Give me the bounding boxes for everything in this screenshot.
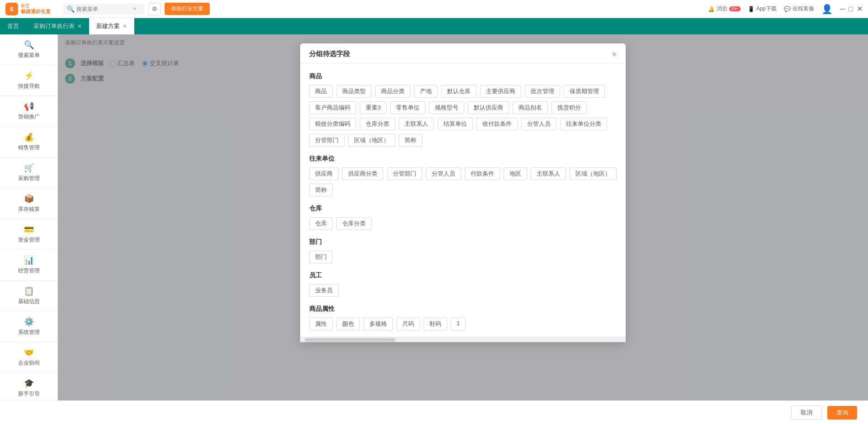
field-tag-1-7[interactable]: 区域（地区） [570, 167, 617, 180]
field-tag-5-1[interactable]: 颜色 [336, 318, 360, 330]
modal-body[interactable]: 商品商品商品类型商品分类产地默认仓库主要供应商批次管理保质期管理客户商品编码重量… [300, 63, 626, 337]
search-bar[interactable]: 🔍 ▼ [63, 4, 145, 14]
gear-button[interactable]: ⚙ [148, 3, 161, 15]
tab-home[interactable]: 首页 [0, 18, 26, 34]
field-tag-2-1[interactable]: 仓库分类 [336, 217, 372, 230]
field-tag-5-2[interactable]: 多规格 [363, 318, 393, 330]
section-tags-2: 仓库仓库分类 [309, 217, 617, 230]
field-tag-0-9[interactable]: 重量3 [360, 101, 387, 114]
section-title-5: 商品属性 [309, 305, 617, 313]
phone-icon: 📱 [748, 6, 755, 12]
sidebar-icon-1: ⚡ [24, 71, 34, 81]
field-tag-0-17[interactable]: 主联系人 [399, 118, 434, 130]
field-tag-5-4[interactable]: 鞋码 [424, 318, 447, 330]
field-tag-0-2[interactable]: 商品分类 [375, 85, 410, 98]
sidebar-item-8[interactable]: 📋基础信息 [0, 281, 57, 311]
online-service-item[interactable]: 💬 在线客服 [784, 5, 814, 13]
logo-sub: 标普 [21, 3, 51, 9]
field-tag-5-0[interactable]: 属性 [309, 318, 333, 330]
search-input[interactable] [76, 6, 131, 12]
dropdown-arrow-icon: ▼ [132, 6, 137, 11]
modal-horizontal-scrollbar[interactable] [300, 337, 626, 342]
modal-title: 分组待选字段 [309, 50, 350, 58]
section-tags-5: 属性颜色多规格尺码鞋码1 [309, 318, 617, 330]
field-tag-1-6[interactable]: 主联系人 [531, 167, 566, 180]
confirm-button[interactable]: 查询 [827, 406, 857, 419]
field-tag-0-11[interactable]: 规格型号 [429, 101, 464, 114]
tab-purchase-list[interactable]: 采购订单执行表 ✕ [26, 18, 89, 34]
field-tag-0-3[interactable]: 产地 [414, 85, 438, 98]
sidebar-item-0[interactable]: 🔍搜索菜单 [0, 34, 57, 65]
field-tag-2-0[interactable]: 仓库 [309, 217, 333, 230]
sidebar-icon-2: 📢 [24, 101, 34, 111]
field-tag-0-12[interactable]: 默认供应商 [468, 101, 509, 114]
modal-close-button[interactable]: × [612, 50, 617, 58]
section-title-0: 商品 [309, 72, 617, 81]
sidebar-item-2[interactable]: 📢营销推广 [0, 96, 57, 127]
sidebar-item-11[interactable]: 🎓新手引导 [0, 373, 57, 404]
field-tag-3-0[interactable]: 部门 [309, 251, 333, 263]
sidebar-icon-8: 📋 [24, 286, 34, 296]
notification-item[interactable]: 🔔 消息 99+ [708, 5, 741, 13]
notification-badge: 99+ [729, 6, 741, 11]
field-tag-0-19[interactable]: 收付款条件 [476, 118, 518, 130]
sidebar-item-1[interactable]: ⚡快捷导航 [0, 65, 57, 96]
field-tag-0-23[interactable]: 区域（地区） [348, 134, 395, 147]
field-tag-0-4[interactable]: 默认仓库 [441, 85, 476, 98]
field-tag-1-5[interactable]: 地区 [504, 167, 527, 180]
field-tag-1-4[interactable]: 付款条件 [465, 167, 500, 180]
sidebar-item-7[interactable]: 📊经营管理 [0, 250, 57, 281]
sidebar-item-6[interactable]: 💳资金管理 [0, 219, 57, 250]
field-tag-0-8[interactable]: 客户商品编码 [309, 101, 356, 114]
avatar[interactable]: 👤 [821, 4, 833, 14]
field-tag-0-21[interactable]: 往来单位分类 [560, 118, 607, 130]
top-header: 6 标普 畅捷通好生意 🔍 ▼ ⚙ 体验行业方案 🔔 消息 99+ 📱 App下… [0, 0, 868, 18]
modal-header: 分组待选字段 × [300, 43, 626, 63]
sidebar-icon-5: 📦 [24, 194, 34, 204]
sidebar-item-10[interactable]: 🤝企业协同 [0, 342, 57, 373]
field-tag-0-0[interactable]: 商品 [309, 85, 333, 98]
sidebar-item-3[interactable]: 💰销售管理 [0, 127, 57, 157]
field-tag-0-16[interactable]: 仓库分类 [360, 118, 395, 130]
field-tag-1-3[interactable]: 分管人员 [426, 167, 461, 180]
field-tag-1-1[interactable]: 供应商分类 [342, 167, 383, 180]
section-title-3: 部门 [309, 238, 617, 246]
field-tag-1-8[interactable]: 简称 [309, 184, 333, 196]
sidebar-item-5[interactable]: 📦库存核算 [0, 188, 57, 219]
field-tag-0-5[interactable]: 主要供应商 [480, 85, 521, 98]
field-tag-5-5[interactable]: 1 [451, 318, 466, 330]
sidebar-icon-10: 🤝 [24, 348, 34, 357]
window-controls[interactable]: ─ □ ✕ [840, 5, 863, 13]
field-tag-0-22[interactable]: 分管部门 [309, 134, 344, 147]
field-tag-0-18[interactable]: 结算单位 [438, 118, 473, 130]
field-tag-1-2[interactable]: 分管部门 [387, 167, 422, 180]
sidebar-item-4[interactable]: 🛒采购管理 [0, 157, 57, 188]
cancel-button[interactable]: 取消 [791, 405, 822, 420]
tab-new-plan[interactable]: 新建方案 ✕ [89, 18, 134, 34]
maximize-icon[interactable]: □ [849, 5, 853, 13]
field-tag-4-0[interactable]: 业务员 [309, 284, 339, 297]
modal-footer: 取消 查询 [0, 400, 868, 424]
field-tag-0-20[interactable]: 分管人员 [521, 118, 557, 130]
sidebar-icon-3: 💰 [24, 132, 34, 142]
minimize-icon[interactable]: ─ [840, 5, 845, 13]
trial-button[interactable]: 体验行业方案 [165, 3, 210, 15]
field-tag-0-13[interactable]: 商品别名 [513, 101, 548, 114]
tab-close-new-plan[interactable]: ✕ [123, 23, 127, 29]
search-icon: 🔍 [67, 5, 75, 13]
field-tag-0-7[interactable]: 保质期管理 [564, 85, 605, 98]
field-tag-5-3[interactable]: 尺码 [396, 318, 420, 330]
field-tag-0-15[interactable]: 税收分类编码 [309, 118, 356, 130]
field-tag-0-14[interactable]: 拣货积分 [552, 101, 587, 114]
app-download-item[interactable]: 📱 App下载 [748, 5, 777, 13]
section-tags-3: 部门 [309, 251, 617, 263]
field-tag-0-10[interactable]: 零售单位 [390, 101, 425, 114]
field-tag-1-0[interactable]: 供应商 [309, 167, 339, 180]
tab-close-purchase[interactable]: ✕ [77, 23, 82, 29]
field-tag-0-6[interactable]: 批次管理 [525, 85, 560, 98]
sidebar-item-9[interactable]: ⚙️系统管理 [0, 311, 57, 342]
field-tag-0-24[interactable]: 简称 [399, 134, 422, 147]
sidebar-icon-4: 🛒 [24, 163, 34, 173]
field-tag-0-1[interactable]: 商品类型 [336, 85, 372, 98]
close-icon[interactable]: ✕ [857, 5, 863, 13]
